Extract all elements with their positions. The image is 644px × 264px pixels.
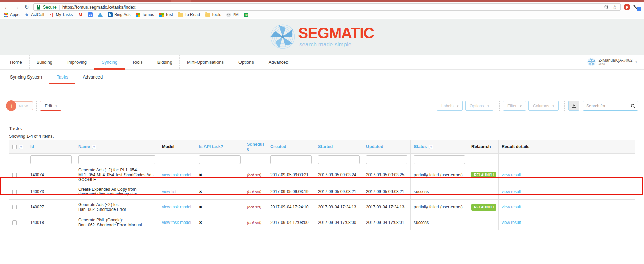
model-link[interactable]: view task model	[162, 220, 191, 225]
segmatic-logo: SEGMATIC search made simple	[270, 24, 374, 49]
view-result-link[interactable]: view result	[502, 220, 521, 225]
tiles-favicon-icon	[136, 13, 140, 17]
model-link[interactable]: view list	[162, 189, 176, 194]
tab-mini-optimisations[interactable]: Mini-Optimisations	[179, 55, 231, 69]
bookmark-my-tasks[interactable]: My Tasks	[49, 12, 73, 17]
toolbar-divider	[499, 101, 500, 111]
relaunch-button[interactable]: RELAUNCH	[471, 204, 496, 211]
browser-tab-strip	[0, 0, 644, 2]
extension-p-icon[interactable]: P	[624, 4, 630, 10]
search-input[interactable]	[583, 101, 628, 111]
row-checkbox[interactable]	[12, 205, 17, 209]
user-name: Z-ManualQA-#062	[599, 58, 633, 63]
filter-input-started[interactable]	[318, 155, 360, 164]
row-checkbox[interactable]	[12, 173, 17, 177]
filter-input-name[interactable]	[78, 155, 155, 164]
calendar-favicon-icon: 31	[88, 12, 93, 17]
filter-input-created[interactable]	[270, 155, 312, 164]
bookmark-apps[interactable]: Apps	[3, 12, 19, 17]
bookmark-gmail[interactable]: M	[78, 12, 83, 17]
bookmarks-bar: Apps ActColl My Tasks M 31 bBing Ads Tom…	[0, 12, 644, 18]
bookmark-tools[interactable]: Tools	[205, 12, 221, 17]
options-dropdown-button[interactable]: Options ▾	[465, 101, 493, 111]
address-bar[interactable]: Secure | https://tomus.segmatic.io/tasks…	[33, 3, 621, 11]
view-result-link[interactable]: view result	[502, 172, 521, 177]
actcoll-favicon-icon	[24, 12, 29, 17]
bookmark-analytics[interactable]	[98, 13, 103, 17]
tab-options[interactable]: Options	[231, 55, 261, 69]
labels-dropdown-button[interactable]: Labels ▾	[437, 101, 463, 111]
tab-home[interactable]: Home	[3, 55, 29, 69]
col-header-started[interactable]: Started	[318, 144, 333, 149]
filter-input-updated[interactable]	[366, 155, 407, 164]
view-result-link[interactable]: view result	[502, 189, 521, 194]
color-picker-extension-icon[interactable]	[633, 3, 641, 11]
results-range: 1-4	[26, 134, 33, 139]
chevron-down-icon: ▾	[487, 104, 489, 108]
zoom-out-icon[interactable]	[604, 4, 609, 10]
col-header-model: Model	[159, 140, 196, 154]
new-button[interactable]: + NEW	[6, 100, 33, 111]
cell-schedule: (not set)	[247, 173, 261, 177]
edit-dropdown-button[interactable]: Edit ▾	[40, 101, 61, 111]
apps-grid-icon	[3, 12, 8, 17]
view-result-link[interactable]: view result	[502, 205, 521, 209]
bookmark-teamcity[interactable]: TC	[244, 13, 248, 17]
cell-updated: 2017-09-04 17:24:13	[363, 200, 411, 215]
filter-dropdown-button[interactable]: Filter ▾	[503, 101, 526, 111]
select-all-checkbox[interactable]	[12, 145, 17, 149]
filter-input-is-api-task[interactable]	[199, 155, 241, 164]
row-checkbox[interactable]	[12, 190, 17, 194]
col-header-is-api-task[interactable]: Is API task?	[199, 144, 223, 149]
bookmark-test[interactable]: Test	[159, 12, 173, 17]
bookmark-actcoll[interactable]: ActColl	[24, 12, 44, 17]
model-link[interactable]: view task model	[162, 205, 191, 209]
tab-tools[interactable]: Tools	[125, 55, 150, 69]
row-checkbox[interactable]	[12, 220, 17, 225]
help-icon[interactable]: ?	[19, 145, 23, 149]
tab-building[interactable]: Building	[29, 55, 60, 69]
address-bar-divider: |	[59, 4, 60, 10]
tab-improving[interactable]: Improving	[60, 55, 94, 69]
filter-input-status[interactable]	[414, 155, 465, 164]
refresh-button[interactable]: ↻	[23, 4, 30, 11]
col-header-name[interactable]: Name	[78, 144, 90, 149]
subtab-syncing-system[interactable]: Syncing System	[3, 70, 49, 84]
pinwheel-logo-icon	[270, 24, 295, 49]
bookmark-to-read[interactable]: To Read	[178, 12, 200, 17]
search-button[interactable]	[628, 101, 638, 111]
col-header-schedule[interactable]: Schedule	[247, 142, 264, 152]
bookmark-bing-ads[interactable]: bBing Ads	[108, 12, 130, 17]
tab-syncing[interactable]: Syncing	[94, 55, 125, 69]
chevron-down-icon: ▾	[56, 104, 57, 108]
col-header-id[interactable]: Id	[30, 144, 34, 149]
relaunch-button[interactable]: RELAUNCH	[471, 172, 496, 178]
cell-name: Generate Ads (~2) for: Ban_062_Shortcode…	[75, 200, 159, 215]
bookmark-calendar[interactable]: 31	[88, 12, 93, 17]
cross-icon: ✖	[199, 220, 202, 225]
bookmark-star-icon[interactable]: ☆	[613, 4, 617, 10]
cell-started: 2017-09-04 17:24:13	[315, 200, 363, 215]
user-account-menu[interactable]: Z-ManualQA-#062 #280 ▾	[587, 55, 644, 69]
bookmark-tomus[interactable]: Tomus	[136, 12, 154, 17]
cell-updated: 2017-09-04 17:08:01	[363, 215, 411, 230]
help-icon[interactable]: ?	[92, 145, 96, 149]
filter-input-id[interactable]	[30, 155, 72, 164]
col-header-updated[interactable]: Updated	[366, 144, 383, 149]
col-header-created[interactable]: Created	[270, 144, 286, 149]
cross-icon: ✖	[199, 190, 202, 194]
bookmark-pm[interactable]: PM	[226, 12, 239, 17]
subtab-advanced[interactable]: Advanced	[75, 70, 110, 84]
export-download-button[interactable]	[568, 101, 579, 111]
tiles-favicon-icon	[159, 13, 164, 17]
tab-advanced[interactable]: Advanced	[261, 55, 296, 69]
help-icon[interactable]: ?	[429, 145, 433, 149]
subtab-tasks[interactable]: Tasks	[49, 70, 75, 84]
model-link[interactable]: view task model	[162, 172, 191, 177]
url-text: https://tomus.segmatic.io/tasks/index	[62, 4, 601, 10]
col-header-status[interactable]: Status	[414, 144, 427, 149]
back-button[interactable]: ←	[3, 4, 10, 11]
tab-bidding[interactable]: Bidding	[150, 55, 179, 69]
forward-button[interactable]: →	[13, 4, 20, 11]
columns-dropdown-button[interactable]: Columns ▾	[528, 101, 559, 111]
